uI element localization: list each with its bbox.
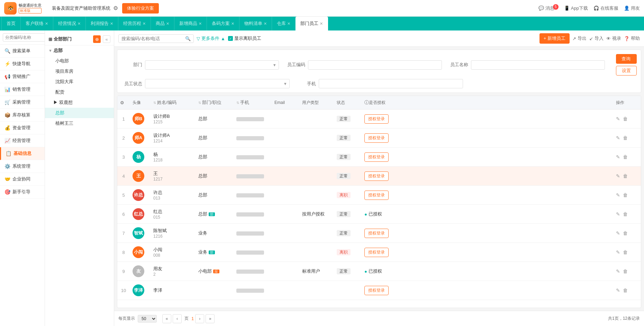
- search-icon[interactable]: 🔍: [185, 36, 191, 41]
- delete-btn[interactable]: 🗑: [623, 288, 628, 293]
- tab-employee[interactable]: 部门员工✕: [296, 17, 328, 30]
- sidebar-item-marketing[interactable]: 📢营销推广: [0, 70, 45, 83]
- dept-add-btn[interactable]: ⊕: [93, 35, 101, 43]
- delete-btn[interactable]: 🗑: [623, 211, 628, 217]
- more-filter-btn[interactable]: ▽ 更多条件 ▲: [197, 35, 225, 42]
- dept-node-zongbu[interactable]: 总部: [45, 108, 114, 118]
- status-filter-select[interactable]: ▾: [145, 79, 290, 88]
- page-first-btn[interactable]: «: [162, 314, 171, 323]
- page-last-btn[interactable]: »: [206, 314, 215, 323]
- search-input[interactable]: [121, 36, 184, 41]
- tab-warehouse[interactable]: 仓库✕: [272, 17, 296, 30]
- authorize-btn[interactable]: 授权登录: [364, 152, 389, 162]
- authorize-btn[interactable]: 授权登录: [364, 191, 389, 200]
- dept-node-shuangluxiang[interactable]: ▶ 双鹿想: [45, 97, 114, 108]
- user-btn[interactable]: 👤 用友: [624, 5, 640, 11]
- dept-node-xiaodianbu[interactable]: 小电部: [45, 56, 114, 66]
- show-leave-checkbox[interactable]: ✓: [228, 36, 233, 41]
- authorize-btn[interactable]: 授权登录: [364, 248, 389, 257]
- message-btn[interactable]: 💬 消息 5: [538, 5, 559, 11]
- tab-history[interactable]: 经营历程✕: [118, 17, 151, 30]
- authorize-btn[interactable]: 授权登录: [364, 114, 389, 124]
- authorize-btn[interactable]: 授权登录: [364, 229, 389, 238]
- sidebar-item-collab[interactable]: 🤝企业协同: [0, 173, 45, 186]
- dept-collapse-btn[interactable]: «: [103, 35, 110, 43]
- tab-business-close[interactable]: ✕: [78, 21, 81, 26]
- sidebar-item-basic[interactable]: 📋基础信息: [0, 147, 45, 160]
- sidebar-item-guide[interactable]: 🎯新手引导: [0, 186, 45, 199]
- tab-barcode[interactable]: 条码方案✕: [207, 17, 239, 30]
- settings-icon[interactable]: ⚙: [113, 5, 118, 11]
- edit-btn[interactable]: ✎: [616, 211, 620, 217]
- edit-btn[interactable]: ✎: [616, 192, 620, 198]
- tab-barcode-close[interactable]: ✕: [231, 21, 234, 26]
- sidebar-item-finance[interactable]: 💰资金管理: [0, 122, 45, 134]
- edit-btn[interactable]: ✎: [616, 288, 620, 293]
- edit-btn[interactable]: ✎: [616, 154, 620, 160]
- sidebar-item-operation[interactable]: 📈经营管理: [0, 134, 45, 147]
- tab-business[interactable]: 经营情况✕: [53, 17, 86, 30]
- delete-btn[interactable]: 🗑: [623, 173, 628, 179]
- edit-btn[interactable]: ✎: [616, 135, 620, 141]
- show-leave-checkbox-area[interactable]: ✓ 显示离职员工: [228, 35, 261, 42]
- tab-goods[interactable]: 商品✕: [151, 17, 174, 30]
- tab-history-close[interactable]: ✕: [143, 21, 146, 26]
- sidebar-item-inventory[interactable]: 📦库存核算: [0, 109, 45, 122]
- sidebar-item-system[interactable]: ⚙️系统管理: [0, 160, 45, 173]
- edit-btn[interactable]: ✎: [616, 173, 620, 179]
- edit-btn[interactable]: ✎: [616, 116, 620, 122]
- export-btn[interactable]: ↗ 导出: [572, 35, 587, 42]
- edit-btn[interactable]: ✎: [616, 268, 620, 274]
- dept-node-peihuo[interactable]: 配货: [45, 87, 114, 97]
- tab-profit-close[interactable]: ✕: [110, 21, 113, 26]
- edit-btn[interactable]: ✎: [616, 230, 620, 236]
- tab-goods-close[interactable]: ✕: [166, 21, 169, 26]
- page-prev-btn[interactable]: ‹: [173, 314, 182, 323]
- view-btn[interactable]: 👁 视录: [606, 35, 621, 42]
- app-download-btn[interactable]: 📱 App下载: [564, 5, 588, 11]
- import-btn[interactable]: ↙ 导入: [589, 35, 604, 42]
- sidebar-item-sales[interactable]: 📊销售管理: [0, 83, 45, 96]
- authorize-btn[interactable]: 授权登录: [364, 286, 389, 295]
- tab-customer[interactable]: 客户联络✕: [21, 17, 53, 30]
- dept-node-shenyang[interactable]: 沈阳大库: [45, 77, 114, 87]
- delete-btn[interactable]: 🗑: [623, 154, 628, 160]
- help-btn[interactable]: ❓ 帮助: [624, 35, 640, 42]
- delete-btn[interactable]: 🗑: [623, 192, 628, 198]
- page-next-btn[interactable]: ›: [195, 314, 204, 323]
- emp-code-filter-input[interactable]: [308, 60, 442, 70]
- emp-name-filter-input[interactable]: [471, 60, 605, 70]
- tab-new-goods-close[interactable]: ✕: [199, 21, 202, 26]
- add-employee-btn[interactable]: + 新增员工: [539, 33, 570, 44]
- tab-new-goods[interactable]: 新增商品✕: [174, 17, 207, 30]
- dept-node-zhishu[interactable]: 植树王三: [45, 118, 114, 129]
- authorize-btn[interactable]: 授权登录: [364, 171, 389, 181]
- delete-btn[interactable]: 🗑: [623, 268, 628, 274]
- sidebar-item-nav[interactable]: ⚡快捷导航: [0, 58, 45, 70]
- delete-btn[interactable]: 🗑: [623, 135, 628, 141]
- delete-btn[interactable]: 🗑: [623, 116, 628, 122]
- delete-btn[interactable]: 🗑: [623, 230, 628, 236]
- delete-btn[interactable]: 🗑: [623, 249, 628, 255]
- per-page-select[interactable]: 50 100: [138, 315, 157, 323]
- experience-button[interactable]: 体验行业方案: [122, 3, 159, 14]
- set-btn[interactable]: 设置: [616, 66, 637, 76]
- edit-btn[interactable]: ✎: [616, 249, 620, 255]
- sidebar-item-search[interactable]: 🔍搜索菜单: [0, 45, 45, 58]
- sidebar-search-input[interactable]: [3, 33, 45, 42]
- sidebar-item-purchase[interactable]: 🛒采购管理: [0, 96, 45, 109]
- tab-home[interactable]: 首页: [1, 17, 21, 30]
- phone-filter-input[interactable]: [319, 79, 463, 88]
- online-service-btn[interactable]: 🎧 在线客服: [593, 5, 618, 11]
- authorize-btn[interactable]: 授权登录: [364, 133, 389, 143]
- settings-col-icon[interactable]: ⚙: [120, 100, 124, 105]
- dept-filter-select[interactable]: ▾: [145, 60, 279, 70]
- tab-bom-close[interactable]: ✕: [264, 21, 267, 26]
- tab-employee-close[interactable]: ✕: [320, 21, 323, 26]
- tab-profit[interactable]: 利润报告✕: [86, 17, 118, 30]
- dept-node-xiangmu[interactable]: 项目库房: [45, 66, 114, 77]
- dept-node-zongbu-group[interactable]: ▼ 总部: [45, 45, 114, 56]
- query-btn[interactable]: 查询: [616, 54, 637, 64]
- tab-customer-close[interactable]: ✕: [45, 21, 48, 26]
- tab-warehouse-close[interactable]: ✕: [287, 21, 290, 26]
